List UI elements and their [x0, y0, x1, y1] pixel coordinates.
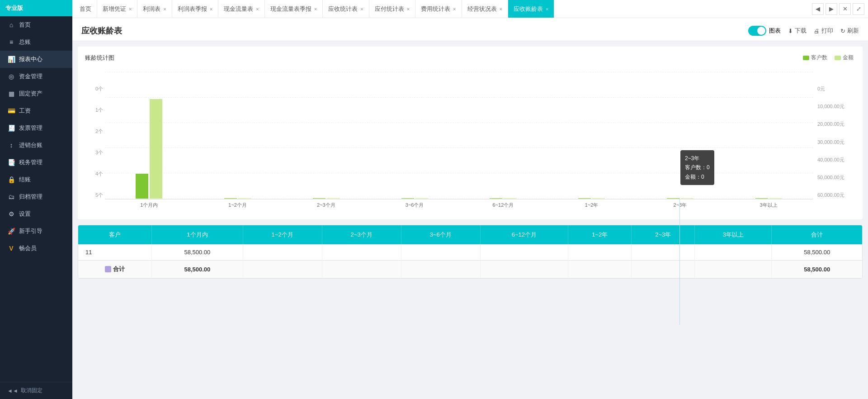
tab-payable-stats-close[interactable]: × — [407, 6, 410, 12]
th-year3plus: 3年以上 — [695, 225, 772, 244]
download-label: 下载 — [795, 27, 807, 35]
download-icon: ⬇ — [788, 28, 793, 34]
bar-label-5: 1~2年 — [585, 202, 599, 209]
tab-payable-stats[interactable]: 应付统计表 × — [369, 0, 415, 18]
tab-prev-button[interactable]: ◀ — [812, 3, 824, 15]
sidebar-item-payroll[interactable]: 💳 工资 — [0, 102, 72, 119]
chart-tooltip: 2~3年 客户数：0 金额：0 — [680, 150, 714, 185]
sidebar-item-tax[interactable]: 📑 税务管理 — [0, 154, 72, 171]
bar-group-3: 3~6个月 — [401, 198, 428, 199]
sidebar-item-member[interactable]: V 畅会员 — [0, 240, 72, 257]
sidebar-item-guide[interactable]: 🚀 新手引导 — [0, 223, 72, 240]
y-axis-left: 5个 4个 3个 2个 1个 0个 — [85, 86, 103, 212]
sidebar-item-closing[interactable]: 🔒 结账 — [0, 171, 72, 188]
sidebar-item-fixed-assets[interactable]: ▦ 固定资产 — [0, 85, 72, 102]
tab-profit-quarterly[interactable]: 利润表季报 × — [172, 0, 218, 18]
tab-expense-stats[interactable]: 费用统计表 × — [415, 0, 462, 18]
tabbar: 首页 新增凭证 × 利润表 × 利润表季报 × 现金流量表 × 现金流量表季报 … — [72, 0, 868, 18]
tab-new-voucher[interactable]: 新增凭证 × — [97, 0, 137, 18]
tab-receivable-stats-close[interactable]: × — [360, 6, 363, 12]
td-total-total: 58,500.00 — [772, 261, 862, 278]
y-label-0: 0个 — [85, 86, 103, 92]
y-right-label-1: 10,000.00元 — [817, 103, 855, 110]
sidebar-item-home[interactable]: ⌂ 首页 — [0, 16, 72, 33]
tab-home[interactable]: 首页 — [74, 0, 97, 18]
tab-profit-close[interactable]: × — [163, 6, 166, 12]
bar-customer-2 — [313, 198, 326, 199]
member-icon: V — [7, 245, 15, 252]
sidebar-item-report-center[interactable]: 📊 报表中心 — [0, 51, 72, 68]
td-total-month612 — [480, 261, 568, 278]
legend-amount-box — [835, 56, 841, 60]
sidebar-item-invoice[interactable]: 🧾 发票管理 — [0, 119, 72, 137]
tab-expense-stats-label: 费用统计表 — [421, 5, 450, 13]
collapse-label: 取消固定 — [21, 387, 42, 394]
sidebar-item-purchase-sales-label: 进销台账 — [19, 141, 42, 149]
tab-close-all-button[interactable]: ✕ — [839, 3, 851, 15]
td-total-year23 — [632, 261, 695, 278]
y-label-2: 2个 — [85, 128, 103, 135]
tab-cashflow-label: 现金流量表 — [224, 5, 253, 13]
tab-expand-button[interactable]: ⤢ — [853, 3, 864, 15]
td-total-month36 — [401, 261, 480, 278]
table-total-row: 合计 58,500.00 58,500.00 — [78, 261, 862, 278]
tab-new-voucher-close[interactable]: × — [129, 6, 132, 12]
sidebar-item-archive[interactable]: 🗂 归档管理 — [0, 188, 72, 205]
bar-group-0: 1个月内 — [136, 99, 162, 199]
home-icon: ⌂ — [7, 21, 15, 28]
legend-amount-label: 金额 — [843, 54, 854, 62]
download-button[interactable]: ⬇ 下载 — [788, 27, 807, 35]
tab-cashflow[interactable]: 现金流量表 × — [218, 0, 264, 18]
sidebar-collapse[interactable]: ◄◄ 取消固定 — [0, 382, 72, 399]
th-month612: 6~12个月 — [480, 225, 568, 244]
chart-toggle[interactable] — [748, 26, 766, 36]
tab-profit-quarterly-close[interactable]: × — [210, 6, 212, 12]
y-right-label-6: 60,000.00元 — [817, 192, 855, 199]
tab-receivable-stats[interactable]: 应收统计表 × — [323, 0, 369, 18]
td-year23-0 — [632, 244, 695, 261]
bar-label-7: 3年以上 — [760, 202, 778, 209]
bar-pair-5 — [578, 198, 605, 199]
sidebar-item-fund-management[interactable]: ◎ 资金管理 — [0, 68, 72, 85]
bar-customer-7 — [755, 198, 768, 199]
bar-group-4: 6~12个月 — [490, 198, 516, 199]
tab-cashflow-close[interactable]: × — [256, 6, 259, 12]
refresh-button[interactable]: ↻ 刷新 — [840, 27, 859, 35]
td-year12-0 — [568, 244, 632, 261]
tab-business-status[interactable]: 经营状况表 × — [462, 0, 508, 18]
tab-ar-aging-close[interactable]: × — [546, 6, 548, 12]
sidebar-item-payroll-label: 工资 — [19, 107, 31, 115]
tab-expense-stats-close[interactable]: × — [453, 6, 456, 12]
sidebar-item-guide-label: 新手引导 — [19, 227, 42, 235]
tooltip-customer: 客户数：0 — [685, 163, 710, 172]
payroll-icon: 💳 — [7, 107, 15, 114]
tab-ar-aging[interactable]: 应收账龄表 × — [508, 0, 554, 18]
hover-line — [679, 198, 680, 325]
td-total-month23 — [322, 261, 401, 278]
print-button[interactable]: 🖨 打印 — [814, 27, 833, 35]
table-section: 客户 1个月内 1~2个月 2~3个月 3~6个月 6~12个月 1~2年 2~… — [78, 225, 863, 279]
tab-next-button[interactable]: ▶ — [826, 3, 837, 15]
tab-payable-stats-label: 应付统计表 — [375, 5, 404, 13]
x-axis — [105, 199, 813, 200]
tab-cashflow-quarterly[interactable]: 现金流量表季报 × — [265, 0, 323, 18]
table-row: 11 58,500.00 58,500.00 — [78, 244, 862, 261]
tab-business-status-close[interactable]: × — [500, 6, 502, 12]
sidebar-item-purchase-sales[interactable]: ↕ 进销台账 — [0, 137, 72, 154]
y-right-label-4: 40,000.00元 — [817, 157, 855, 163]
bar-group-5: 1~2年 — [578, 198, 605, 199]
th-year23: 2~3年 — [632, 225, 695, 244]
tax-icon: 📑 — [7, 159, 15, 166]
sidebar-item-settings[interactable]: ⚙ 设置 — [0, 205, 72, 223]
td-total-month12 — [243, 261, 322, 278]
bar-pair-0 — [136, 99, 162, 199]
page-actions: 图表 ⬇ 下载 🖨 打印 ↻ 刷新 — [748, 26, 859, 36]
td-month612-0 — [480, 244, 568, 261]
purchase-icon: ↕ — [7, 142, 15, 149]
assets-icon: ▦ — [7, 90, 15, 97]
sidebar-item-general-ledger[interactable]: ≡ 总账 — [0, 33, 72, 51]
tabbar-controls: ◀ ▶ ✕ ⤢ — [812, 3, 866, 15]
tab-profit[interactable]: 利润表 × — [137, 0, 172, 18]
td-total-0: 58,500.00 — [772, 244, 862, 261]
tab-cashflow-quarterly-close[interactable]: × — [314, 6, 317, 12]
